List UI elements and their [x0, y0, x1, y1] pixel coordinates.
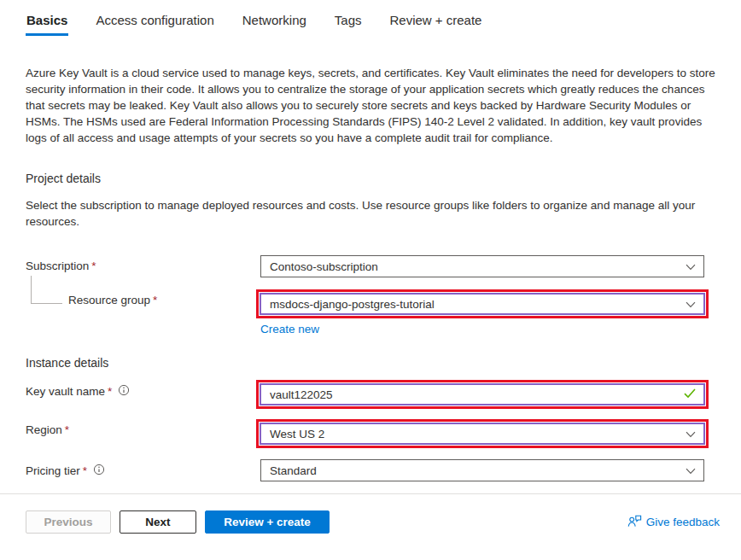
- wizard-tabs: Basics Access configuration Networking T…: [26, 0, 720, 36]
- key-vault-name-label: Key vault name*: [26, 380, 260, 399]
- project-details-heading: Project details: [26, 172, 720, 185]
- pricing-tier-dropdown[interactable]: Standard: [260, 459, 704, 481]
- key-vault-name-input[interactable]: [270, 385, 684, 404]
- key-vault-name-input-wrap: [260, 383, 705, 405]
- project-details-description: Select the subscription to manage deploy…: [26, 197, 720, 230]
- chevron-down-icon: [686, 428, 696, 440]
- region-label: Region*: [26, 419, 260, 436]
- subscription-value: Contoso-subscription: [270, 260, 378, 273]
- tab-networking[interactable]: Networking: [242, 11, 307, 36]
- pricing-tier-row: Pricing tier* Standard: [26, 459, 720, 481]
- key-vault-description: Azure Key Vault is a cloud service used …: [26, 65, 720, 146]
- required-asterisk: *: [108, 385, 112, 398]
- pricing-tier-label-text: Pricing tier: [26, 464, 80, 477]
- subscription-label: Subscription*: [26, 255, 260, 272]
- create-new-link[interactable]: Create new: [260, 323, 319, 335]
- region-dropdown[interactable]: West US 2: [260, 423, 705, 445]
- chevron-down-icon: [686, 298, 696, 311]
- footer-divider: [0, 493, 741, 494]
- pricing-tier-label: Pricing tier*: [26, 459, 260, 478]
- resource-group-value: msdocs-django-postgres-tutorial: [270, 298, 435, 311]
- info-icon[interactable]: [93, 464, 105, 478]
- resource-group-dropdown[interactable]: msdocs-django-postgres-tutorial: [260, 293, 705, 315]
- chevron-down-icon: [686, 464, 696, 477]
- subscription-dropdown[interactable]: Contoso-subscription: [260, 255, 704, 277]
- tab-tags[interactable]: Tags: [334, 11, 363, 36]
- resource-group-label-text: Resource group: [68, 294, 150, 306]
- region-value: West US 2: [270, 428, 324, 440]
- subscription-label-text: Subscription: [26, 260, 89, 272]
- project-details-form: Subscription* Contoso-subscription Resou…: [26, 255, 720, 335]
- next-button[interactable]: Next: [120, 510, 196, 534]
- key-vault-name-label-text: Key vault name: [26, 385, 105, 398]
- feedback-icon: [627, 515, 642, 530]
- region-highlight-box: West US 2: [256, 419, 709, 448]
- review-create-button[interactable]: Review + create: [205, 510, 330, 534]
- info-icon[interactable]: [118, 384, 130, 399]
- feedback-label: Give feedback: [646, 516, 720, 528]
- valid-check-icon: [684, 388, 696, 401]
- create-key-vault-basics-page: Basics Access configuration Networking T…: [0, 0, 741, 560]
- required-asterisk: *: [65, 423, 69, 436]
- region-label-text: Region: [26, 423, 62, 436]
- previous-button[interactable]: Previous: [26, 510, 111, 534]
- subscription-resource-group-connector: [31, 276, 62, 304]
- tab-access-configuration[interactable]: Access configuration: [95, 11, 214, 36]
- instance-details-form: Key vault name* Region* Wes: [26, 380, 720, 481]
- key-vault-name-highlight-box: [256, 380, 709, 409]
- key-vault-name-row: Key vault name*: [26, 380, 720, 409]
- tab-basics[interactable]: Basics: [26, 11, 68, 36]
- tab-review-create[interactable]: Review + create: [389, 11, 483, 36]
- required-asterisk: *: [153, 294, 157, 306]
- wizard-footer: Previous Next Review + create Give feedb…: [26, 510, 720, 534]
- region-row: Region* West US 2: [26, 419, 720, 448]
- required-asterisk: *: [91, 260, 96, 272]
- chevron-down-icon: [686, 260, 696, 273]
- resource-group-highlight-box: msdocs-django-postgres-tutorial: [256, 289, 709, 318]
- resource-group-row: Resource group* msdocs-django-postgres-t…: [26, 289, 720, 335]
- required-asterisk: *: [83, 464, 87, 477]
- pricing-tier-value: Standard: [270, 464, 317, 477]
- give-feedback-link[interactable]: Give feedback: [627, 515, 720, 530]
- instance-details-heading: Instance details: [26, 356, 720, 370]
- subscription-row: Subscription* Contoso-subscription: [26, 255, 720, 277]
